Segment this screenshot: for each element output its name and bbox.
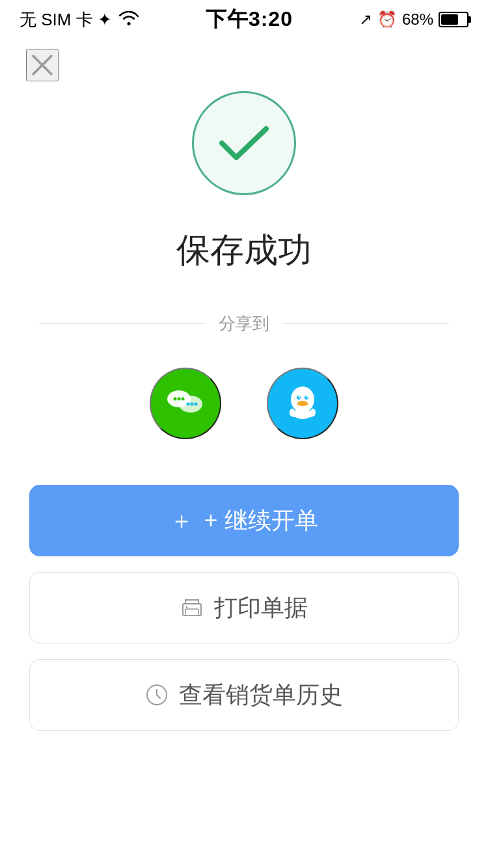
wifi-icon bbox=[118, 10, 139, 30]
print-button[interactable]: 打印单据 bbox=[29, 572, 459, 644]
svg-point-4 bbox=[174, 398, 177, 401]
history-button[interactable]: 查看销货单历史 bbox=[29, 659, 459, 731]
svg-rect-24 bbox=[185, 609, 198, 616]
svg-point-6 bbox=[182, 398, 185, 401]
svg-point-7 bbox=[187, 403, 190, 406]
close-button[interactable] bbox=[26, 49, 59, 81]
status-left: 无 SIM 卡 ✦ bbox=[20, 8, 139, 31]
svg-rect-18 bbox=[297, 403, 308, 405]
qq-icon bbox=[283, 381, 322, 426]
svg-rect-20 bbox=[292, 411, 313, 417]
svg-point-16 bbox=[306, 396, 308, 398]
divider-line-right bbox=[282, 323, 449, 324]
checkmark-icon bbox=[218, 124, 270, 163]
success-circle bbox=[192, 91, 296, 195]
battery-icon bbox=[439, 12, 468, 27]
status-time: 下午3:20 bbox=[206, 5, 293, 34]
plus-icon: ＋ bbox=[170, 505, 193, 537]
no-sim-text: 无 SIM 卡 ✦ bbox=[20, 8, 112, 31]
share-icons bbox=[150, 368, 338, 439]
svg-point-22 bbox=[310, 409, 316, 416]
svg-point-15 bbox=[299, 396, 300, 398]
battery-percent: 68% bbox=[402, 10, 433, 29]
qq-share-button[interactable] bbox=[267, 368, 338, 439]
history-label: 查看销货单历史 bbox=[179, 679, 343, 711]
svg-point-21 bbox=[290, 409, 295, 416]
share-label: 分享到 bbox=[206, 312, 282, 335]
success-title: 保存成功 bbox=[176, 228, 312, 273]
location-icon: ↗ bbox=[359, 10, 372, 29]
print-label: 打印单据 bbox=[214, 592, 308, 624]
close-icon bbox=[31, 53, 54, 77]
main-content: 保存成功 分享到 bbox=[0, 39, 488, 731]
continue-label: + 继续开单 bbox=[204, 505, 318, 537]
wechat-share-button[interactable] bbox=[150, 368, 221, 439]
svg-point-8 bbox=[191, 403, 194, 406]
share-divider: 分享到 bbox=[0, 312, 488, 335]
action-buttons: ＋ + 继续开单 打印单据 查看销货单历 bbox=[29, 485, 459, 731]
clock-icon bbox=[145, 683, 169, 707]
alarm-icon: ⏰ bbox=[377, 10, 397, 29]
svg-point-5 bbox=[178, 398, 181, 401]
svg-point-25 bbox=[186, 606, 188, 608]
wechat-icon bbox=[165, 386, 206, 421]
svg-point-13 bbox=[297, 396, 301, 400]
svg-point-9 bbox=[195, 403, 198, 406]
divider-line-left bbox=[39, 323, 206, 324]
status-bar: 无 SIM 卡 ✦ 下午3:20 ↗ ⏰ 68% bbox=[0, 0, 488, 39]
printer-icon bbox=[180, 597, 204, 618]
status-right: ↗ ⏰ 68% bbox=[359, 10, 468, 29]
svg-point-14 bbox=[305, 396, 308, 400]
continue-button[interactable]: ＋ + 继续开单 bbox=[29, 485, 459, 556]
